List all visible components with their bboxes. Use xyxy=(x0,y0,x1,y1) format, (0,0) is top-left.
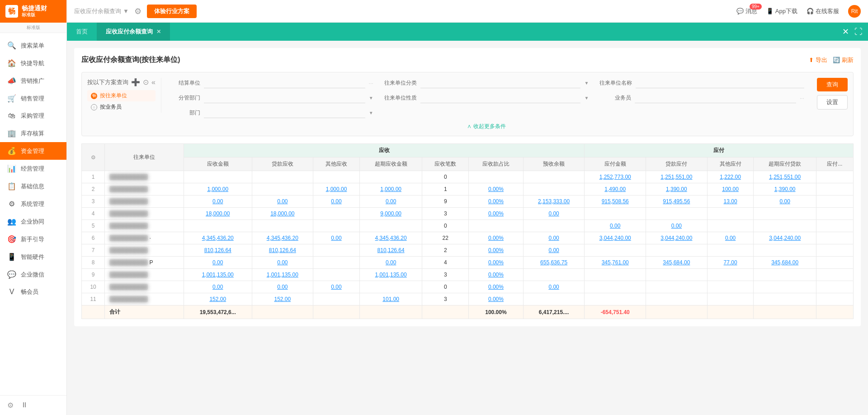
cell-ys_je[interactable]: 152.00 xyxy=(184,293,252,305)
tab-home[interactable]: 首页 xyxy=(67,23,97,41)
user-avatar[interactable]: Rit xyxy=(848,5,861,18)
scheme-settings-icon[interactable]: ⊙ xyxy=(143,78,149,86)
cell-qt_yf[interactable]: 0.00 xyxy=(707,232,754,244)
scheme-by-unit[interactable]: 畅 按往来单位 xyxy=(87,90,156,101)
cell-dk_yf[interactable]: 0.00 xyxy=(646,220,708,232)
cell-ys_zb[interactable]: 0.00% xyxy=(469,232,524,244)
cell-dk_ys[interactable]: 810,126.64 xyxy=(252,244,313,257)
service-button[interactable]: 🎧 在线客服 xyxy=(807,7,839,15)
add-scheme-button[interactable]: ➕ xyxy=(131,78,140,86)
sidebar-item-search[interactable]: 🔍 搜索菜单 xyxy=(0,37,66,54)
sidebar-item-hardware[interactable]: 📱 智能硬件 xyxy=(0,248,66,266)
messages-button[interactable]: 💬 消息 99+ xyxy=(736,7,757,15)
query-button[interactable]: 查询 xyxy=(817,78,848,91)
cell-ys_yu[interactable]: 0.00 xyxy=(523,281,585,293)
cell-cq_yf[interactable]: 0.00 xyxy=(754,196,816,208)
cell-cq_ys[interactable]: 0.00 xyxy=(359,196,422,208)
cell-qt_yf[interactable]: 77.00 xyxy=(707,257,754,269)
cell-ys_yu[interactable]: 655,636.75 xyxy=(523,257,585,269)
cell-ys_zb[interactable]: 0.00% xyxy=(469,244,524,257)
unit-name-input[interactable] xyxy=(636,78,804,88)
cell-dk_ys[interactable]: 0.00 xyxy=(252,257,313,269)
cell-ys_zb[interactable]: 0.00% xyxy=(469,196,524,208)
sidebar-item-finance[interactable]: 💰 资金管理 xyxy=(0,142,66,160)
cell-qt_yf[interactable]: 1,222.00 xyxy=(707,171,754,183)
cell-ys_zb[interactable]: 0.00% xyxy=(469,208,524,220)
sidebar-item-basic[interactable]: 📋 基础信息 xyxy=(0,177,66,195)
cell-cq_ys[interactable]: 1,000.00 xyxy=(359,183,422,196)
cell-cq_yf[interactable]: 1,390.00 xyxy=(754,183,816,196)
sidebar-item-inventory[interactable]: 🏢 库存核算 xyxy=(0,124,66,142)
salesman-input[interactable] xyxy=(635,93,796,103)
cell-qt_ys[interactable]: 0.00 xyxy=(313,232,360,244)
table-settings-icon[interactable]: ⚙ xyxy=(91,154,96,161)
unit-category-select[interactable] xyxy=(420,78,581,88)
collapse-button[interactable]: ∧ 收起更多条件 xyxy=(169,123,804,130)
cell-ys_je[interactable]: 0.00 xyxy=(184,196,252,208)
sidebar-item-vip[interactable]: V 畅会员 xyxy=(0,283,66,301)
cell-cq_ys[interactable]: 9,000.00 xyxy=(359,208,422,220)
cell-cq_ys[interactable]: 1,001,135.00 xyxy=(359,269,422,281)
cell-cq_ys[interactable]: 4,345,436.20 xyxy=(359,232,422,244)
cell-ys_zb[interactable]: 0.00% xyxy=(469,281,524,293)
sidebar-settings-icon[interactable]: ⚙ xyxy=(7,401,14,410)
cell-cq_yf[interactable]: 345,684.00 xyxy=(754,257,816,269)
sidebar-item-wechat[interactable]: 💬 企业微信 xyxy=(0,266,66,283)
cell-ys_je[interactable]: 1,001,135.00 xyxy=(184,269,252,281)
unit-nature-select[interactable] xyxy=(420,93,581,103)
cell-dk_ys[interactable]: 1,001,135.00 xyxy=(252,269,313,281)
col-settings[interactable]: ⚙ xyxy=(82,144,105,171)
window-close-icon[interactable]: ✕ xyxy=(842,27,849,37)
set-button[interactable]: 设置 xyxy=(817,95,848,110)
cell-yf_je[interactable]: 3,044,240.00 xyxy=(585,232,646,244)
settings-icon[interactable]: ⚙ xyxy=(134,6,142,16)
cell-dk_ys[interactable]: 0.00 xyxy=(252,196,313,208)
cell-ys_zb[interactable]: 0.00% xyxy=(469,269,524,281)
scheme-by-staff[interactable]: ○ 按业务员 xyxy=(87,101,156,113)
cell-ys_je[interactable]: 4,345,436.20 xyxy=(184,232,252,244)
export-button[interactable]: ⬆ 导出 xyxy=(809,56,827,64)
trial-button[interactable]: 体验行业方案 xyxy=(147,5,197,18)
cell-cq_yf[interactable]: 1,251,551.00 xyxy=(754,171,816,183)
sidebar-item-enterprise[interactable]: 👥 企业协同 xyxy=(0,213,66,230)
scheme-collapse-icon[interactable]: « xyxy=(151,78,156,86)
app-download-button[interactable]: 📱 App下载 xyxy=(766,7,797,15)
cell-dk_yf[interactable]: 345,684.00 xyxy=(646,257,708,269)
cell-ys_je[interactable]: 0.00 xyxy=(184,257,252,269)
cell-ys_je[interactable]: 810,126.64 xyxy=(184,244,252,257)
cell-ys_yu[interactable]: 0.00 xyxy=(523,232,585,244)
window-maximize-icon[interactable]: ⛶ xyxy=(854,27,863,37)
cell-dk_yf[interactable]: 1,390.00 xyxy=(646,183,708,196)
cell-ys_yu[interactable]: 0.00 xyxy=(523,208,585,220)
cell-qt_ys[interactable]: 1,000.00 xyxy=(313,183,360,196)
cell-dk_yf[interactable]: 915,495.56 xyxy=(646,196,708,208)
cell-cq_ys[interactable]: 810,126.64 xyxy=(359,244,422,257)
cell-dk_ys[interactable]: 4,345,436.20 xyxy=(252,232,313,244)
dept-select[interactable] xyxy=(204,108,365,118)
dots-icon[interactable]: ··· xyxy=(369,80,373,86)
tab-balance-query[interactable]: 应收应付余额查询 ✕ xyxy=(97,23,170,41)
sidebar-collapse-icon[interactable]: ⏸ xyxy=(21,401,28,410)
cell-ys_yu[interactable]: 0.00 xyxy=(523,244,585,257)
sidebar-item-guide[interactable]: 🎯 新手引导 xyxy=(0,230,66,248)
cell-ys_je[interactable]: 0.00 xyxy=(184,281,252,293)
tab-close-icon[interactable]: ✕ xyxy=(156,29,161,35)
cell-dk_ys[interactable]: 18,000.00 xyxy=(252,208,313,220)
cell-ys_zb[interactable]: 0.00% xyxy=(469,293,524,305)
refresh-button[interactable]: 🔄 刷新 xyxy=(833,56,854,64)
cell-ys_je[interactable]: 18,000.00 xyxy=(184,208,252,220)
cell-yf_je[interactable]: 915,508.56 xyxy=(585,196,646,208)
cell-ys_yu[interactable]: 2,153,333.00 xyxy=(523,196,585,208)
cell-dk_ys[interactable]: 152.00 xyxy=(252,293,313,305)
cell-cq_ys[interactable]: 0.00 xyxy=(359,257,422,269)
settlement-unit-input[interactable] xyxy=(204,78,365,88)
cell-yf_je[interactable]: 1,490.00 xyxy=(585,183,646,196)
sidebar-item-purchase[interactable]: 🛍 采购管理 xyxy=(0,107,66,124)
cell-qt_ys[interactable]: 0.00 xyxy=(313,196,360,208)
cell-dk_ys[interactable]: 0.00 xyxy=(252,281,313,293)
cell-cq_ys[interactable]: 101.00 xyxy=(359,293,422,305)
sidebar-item-system[interactable]: ⚙ 系统管理 xyxy=(0,195,66,213)
cell-ys_zb[interactable]: 0.00% xyxy=(469,257,524,269)
cell-dk_yf[interactable]: 3,044,240.00 xyxy=(646,232,708,244)
cell-ys_zb[interactable]: 0.00% xyxy=(469,183,524,196)
